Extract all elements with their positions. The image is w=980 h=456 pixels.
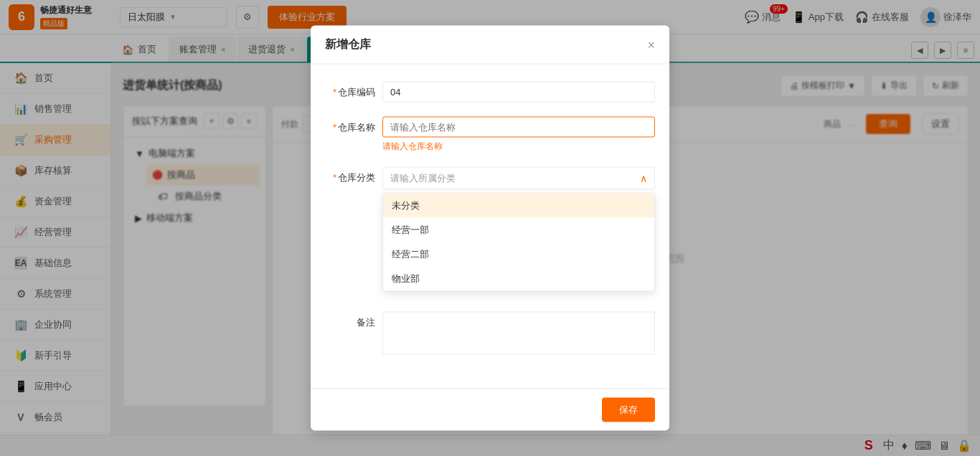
name-error-message: 请输入仓库名称 [382, 141, 655, 153]
note-textarea[interactable] [382, 312, 655, 355]
form-row-code: *仓库编码 [325, 82, 655, 103]
category-arrow-icon: ∧ [640, 173, 647, 184]
category-field: 请输入所属分类 ∧ 未分类 经营一部 经营二部 物业部 [382, 167, 655, 190]
name-field: 请输入仓库名称 [382, 117, 655, 153]
form-row-category: *仓库分类 请输入所属分类 ∧ 未分类 经营一部 经营二部 物业部 [325, 167, 655, 190]
modal-body: *仓库编码 *仓库名称 请输入仓库名称 *仓库分类 请输入所属分类 [311, 65, 669, 389]
modal-footer: 保存 [311, 389, 669, 431]
code-field [382, 82, 655, 103]
form-row-note: 备注 [325, 312, 655, 357]
category-label: *仓库分类 [325, 167, 382, 184]
add-warehouse-modal: 新增仓库 × *仓库编码 *仓库名称 请输入仓库名称 *仓库分类 [311, 26, 669, 431]
category-dropdown: 未分类 经营一部 经营二部 物业部 [382, 193, 655, 292]
dropdown-item-property[interactable]: 物业部 [383, 267, 654, 291]
name-label: *仓库名称 [325, 117, 382, 134]
note-label: 备注 [325, 312, 382, 329]
modal-close-btn[interactable]: × [647, 38, 655, 51]
dropdown-item-ops2[interactable]: 经营二部 [383, 242, 654, 267]
modal-title: 新增仓库 [325, 37, 371, 52]
dropdown-item-ops1[interactable]: 经营一部 [383, 218, 654, 242]
modal-header: 新增仓库 × [311, 26, 669, 65]
code-label: *仓库编码 [325, 82, 382, 99]
dropdown-item-uncategorized[interactable]: 未分类 [383, 194, 654, 218]
note-field [382, 312, 655, 357]
save-button[interactable]: 保存 [602, 398, 655, 422]
category-select[interactable]: 请输入所属分类 ∧ [382, 167, 655, 190]
warehouse-code-input[interactable] [382, 82, 655, 103]
warehouse-name-input[interactable] [382, 117, 655, 138]
form-row-name: *仓库名称 请输入仓库名称 [325, 117, 655, 153]
